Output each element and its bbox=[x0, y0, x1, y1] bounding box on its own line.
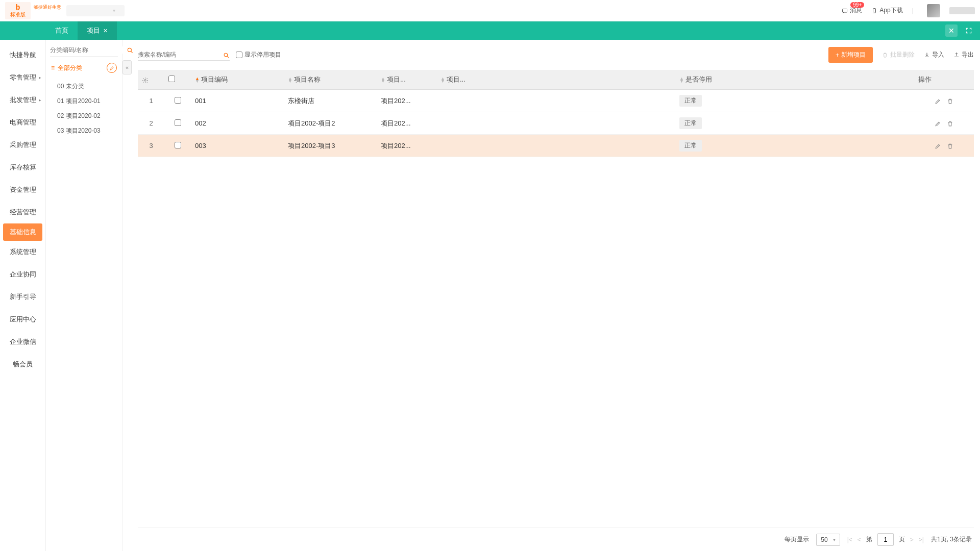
messages-badge: 99+ bbox=[850, 2, 864, 8]
tab-home[interactable]: 首页 bbox=[46, 21, 78, 40]
logo-subtitle: 标准版 bbox=[10, 11, 26, 18]
divider: | bbox=[912, 7, 914, 14]
user-avatar[interactable] bbox=[927, 4, 940, 17]
phone-icon bbox=[871, 8, 877, 14]
close-all-tabs-icon[interactable]: ✕ bbox=[945, 24, 958, 37]
brand-logo: b 标准版 bbox=[5, 2, 31, 19]
svg-rect-0 bbox=[843, 9, 847, 12]
app-download-link[interactable]: App下载 bbox=[871, 6, 902, 15]
brand-slogan: 畅捷通好生意 bbox=[34, 4, 61, 11]
fullscreen-icon[interactable] bbox=[963, 24, 975, 37]
messages-link[interactable]: 消息 99+ bbox=[842, 6, 862, 15]
message-icon bbox=[842, 8, 848, 14]
chevron-down-icon: ▾ bbox=[113, 8, 115, 13]
tab-projects[interactable]: 项目 ✕ bbox=[78, 21, 117, 40]
top-header: b 标准版 畅捷通好生意 ▾ 消息 99+ App下载 | bbox=[0, 0, 980, 21]
company-selector[interactable]: ▾ bbox=[66, 5, 125, 16]
user-name[interactable] bbox=[949, 7, 975, 14]
close-icon[interactable]: ✕ bbox=[103, 28, 108, 34]
tab-bar: 首页 项目 ✕ ✕ bbox=[0, 21, 980, 40]
logo-icon: b bbox=[16, 3, 20, 11]
